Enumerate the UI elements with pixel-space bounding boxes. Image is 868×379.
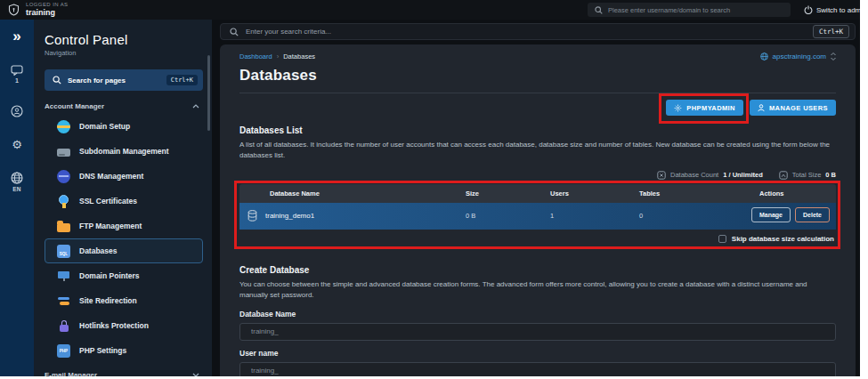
logged-in-block: LOGGED IN AS training: [0, 2, 68, 17]
switch-to-admin-button[interactable]: Switch to admin: [804, 0, 860, 20]
sidebar-item-domain-setup[interactable]: Domain Setup: [45, 114, 203, 139]
sidebar-item-label: Site Redirection: [79, 296, 137, 305]
delete-button[interactable]: Delete: [795, 207, 830, 222]
page-title: Databases: [239, 67, 836, 85]
databases-list-title: Databases List: [239, 125, 836, 135]
breadcrumb: Dashboard › Databases: [239, 52, 315, 60]
directadmin-logo-icon[interactable]: »: [12, 28, 20, 44]
sidebar-subtitle: Navigation: [45, 49, 203, 57]
header-database-name: Database Name: [247, 190, 320, 198]
domain-setup-icon: [57, 120, 70, 133]
user-search-input[interactable]: [608, 6, 783, 14]
user-circle-icon: [11, 105, 23, 117]
sidebar-item-label: PHP Settings: [79, 346, 126, 355]
language-button[interactable]: EN: [11, 172, 23, 192]
sidebar-item-hotlinks-protection[interactable]: Hotlinks Protection: [45, 313, 203, 338]
notification-count: 1: [15, 77, 19, 84]
cell-size: 0 B: [466, 212, 550, 220]
sidebar-scrollbar[interactable]: [207, 55, 210, 131]
subdomain-icon: [57, 149, 70, 157]
cell-tables: 0: [639, 212, 759, 220]
phpmyadmin-label: PHPMYADMIN: [686, 104, 735, 112]
total-size-icon: [779, 171, 788, 180]
sidebar-search-label: Search for pages: [68, 77, 160, 85]
manage-button[interactable]: Manage: [751, 207, 791, 222]
content-search-bar[interactable]: Ctrl+K: [220, 23, 856, 40]
sidebar-item-label: Domain Pointers: [79, 271, 140, 280]
database-name-field-group: Database Name: [239, 310, 836, 341]
ftp-folder-icon: [57, 223, 70, 232]
sidebar-item-php-settings[interactable]: PHP PHP Settings: [45, 338, 203, 363]
sidebar-search[interactable]: Search for pages Ctrl+K: [45, 69, 203, 91]
switch-to-admin-label: Switch to admin: [816, 6, 860, 14]
skip-size-row: Skip database size calculation: [239, 230, 836, 247]
power-icon: [804, 5, 813, 14]
sidebar-item-label: Databases: [79, 246, 118, 255]
cell-database-name: training_demo1: [265, 212, 314, 220]
dns-icon: [57, 170, 70, 183]
title-divider: [239, 93, 836, 93]
database-count-icon: [657, 171, 666, 180]
sidebar-item-subdomain-management[interactable]: Subdomain Management: [45, 139, 203, 164]
icon-rail: » 1 ⚙ EN: [0, 20, 34, 376]
sidebar-item-ftp-management[interactable]: FTP Management: [45, 214, 203, 238]
database-name-label: Database Name: [239, 310, 836, 319]
database-count-label: Database Count: [670, 171, 718, 179]
create-database-description: You can choose between the simple and ad…: [239, 279, 836, 302]
chat-bubble-icon: [11, 65, 23, 76]
cell-users: 1: [550, 212, 639, 220]
skip-size-label: Skip database size calculation: [732, 235, 834, 243]
sidebar-item-databases[interactable]: SQL Databases: [45, 238, 203, 263]
database-stats: Database Count 1 / Unlimited Total Size …: [239, 171, 836, 180]
search-icon: [230, 28, 239, 36]
phpmyadmin-button[interactable]: PHPMYADMIN: [666, 100, 743, 116]
sidebar-item-site-redirection[interactable]: Site Redirection: [45, 288, 203, 313]
section-account-manager[interactable]: Account Manager: [45, 102, 203, 110]
sidebar-item-label: Hotlinks Protection: [79, 321, 149, 330]
sidebar-item-domain-pointers[interactable]: Domain Pointers: [45, 263, 203, 288]
breadcrumb-current: Databases: [283, 52, 315, 60]
section-email-manager[interactable]: E-mail Manager: [45, 371, 203, 376]
language-code: EN: [12, 186, 21, 192]
notifications-button[interactable]: 1: [11, 65, 23, 84]
user-icon: [758, 104, 765, 112]
skip-size-checkbox[interactable]: [718, 235, 726, 243]
user-search-box[interactable]: [588, 3, 791, 17]
breadcrumb-separator: ›: [277, 52, 280, 60]
account-manager-label: Account Manager: [45, 102, 104, 110]
databases-table-area: Database Name Size Users Tables Actions …: [239, 184, 836, 247]
sidebar: Control Panel Navigation Search for page…: [34, 20, 212, 376]
domain-selector-value: apsctraining.com: [773, 52, 826, 60]
globe-icon: [11, 172, 23, 184]
header-users: Users: [550, 190, 639, 198]
sidebar-title: Control Panel: [45, 32, 203, 47]
sidebar-item-dns-management[interactable]: DNS Management: [45, 164, 203, 189]
table-header-row: Database Name Size Users Tables Actions: [239, 184, 836, 203]
total-size-stat: Total Size 0 B: [779, 171, 836, 180]
header-tables: Tables: [639, 190, 759, 198]
settings-button[interactable]: ⚙: [12, 139, 22, 150]
breadcrumb-dashboard[interactable]: Dashboard: [239, 52, 272, 60]
sidebar-item-ssl-certificates[interactable]: SSL Certificates: [45, 189, 203, 214]
table-row[interactable]: training_demo1 0 B 1 0 Manage Delete: [239, 203, 836, 230]
chevron-down-icon: [192, 373, 199, 376]
database-count-value: 1 / Unlimited: [723, 171, 763, 179]
chevron-up-icon: [192, 104, 199, 109]
domain-selector[interactable]: apsctraining.com: [760, 52, 836, 60]
sidebar-item-label: Subdomain Management: [79, 147, 169, 156]
user-name-input[interactable]: [240, 363, 835, 376]
manage-users-label: MANAGE USERS: [769, 104, 828, 112]
account-button[interactable]: [11, 105, 23, 117]
gear-icon: [674, 104, 682, 112]
php-icon: PHP: [57, 344, 70, 358]
manage-users-button[interactable]: MANAGE USERS: [750, 100, 836, 116]
gear-icon: ⚙: [12, 139, 22, 150]
database-name-input[interactable]: [240, 324, 835, 340]
search-icon: [595, 6, 603, 14]
sidebar-item-label: SSL Certificates: [79, 197, 137, 206]
globe-icon: [760, 52, 768, 60]
total-size-label: Total Size: [792, 171, 822, 179]
search-icon: [53, 76, 61, 85]
content-search-input[interactable]: [246, 28, 806, 36]
sidebar-menu: Domain Setup Subdomain Management DNS Ma…: [45, 114, 203, 363]
